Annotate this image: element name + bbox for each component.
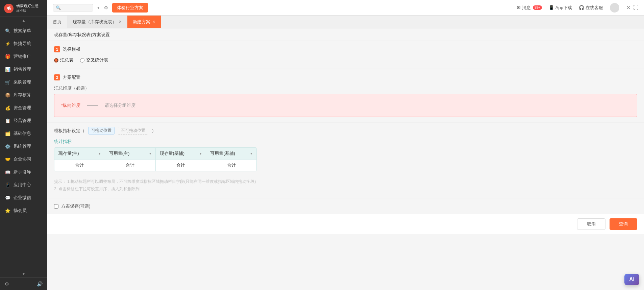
search-input[interactable] [62,5,89,10]
template-indicators-row: 模板指标设定（ 可拖动位置 不可拖动位置 ） [47,123,644,135]
stats-header-row: 现存量(主) ▾ 可用量(主) ▾ 现存量(基辅) ▾ 可用量(基辅) ▾ [54,148,256,159]
cancel-button[interactable]: 取消 [577,218,605,230]
step2-section: 2 方案配置 汇总维度（必选） *纵向维度 —— 请选择分组维度 [47,69,644,123]
stats-data-col-0: 合计 [54,160,105,171]
sidebar-item-finance[interactable]: 💰 资金管理 [0,101,47,114]
app-icon: 📱 [549,5,554,10]
shortcut-icon: ⚡ [5,41,11,47]
expand-window-icon[interactable]: ⛶ [633,5,639,11]
col3-chevron-icon: ▾ [250,151,252,156]
query-button[interactable]: 查询 [610,218,637,230]
sidebar-item-system[interactable]: ⚙️ 系统管理 [0,140,47,153]
vertical-dimension-label: *纵向维度 [61,102,80,108]
tab-new-scheme-close[interactable]: ✕ [152,20,155,24]
apps-icon: 📱 [5,182,11,188]
topbar: 🔍 ▾ ⚙ 体验行业方案 ✉ 消息 99+ 📱 App下载 🎧 在线客服 ✕ [47,0,644,16]
member-icon: ⭐ [5,208,11,214]
sidebar-item-shortcut[interactable]: ⚡ 快捷导航 [0,37,47,50]
tabs-bar: 首页 现存量（库存状况表） ✕ 新建方案 ✕ [47,16,644,28]
search-input-icon: 🔍 [56,5,61,10]
col1-chevron-icon: ▾ [149,151,151,156]
tab-new-scheme[interactable]: 新建方案 ✕ [127,16,161,28]
online-service-button[interactable]: 🎧 在线客服 [579,5,603,11]
stats-header-col-3[interactable]: 可用量(基辅) ▾ [206,148,256,159]
purchase-icon: 🛒 [5,79,11,85]
message-button[interactable]: ✉ 消息 99+ [517,5,542,11]
radio-summary[interactable]: 汇总表 [54,57,73,63]
sidebar-item-guide[interactable]: 📖 新手引导 [0,166,47,178]
step1-title: 1 选择模板 [54,46,637,52]
sidebar: 畅 畅康通好生意 标准版 ▲ 🔍 搜索菜单 ⚡ 快捷导航 🎁 营销推广 📊 销售… [0,0,47,290]
stats-table: 现存量(主) ▾ 可用量(主) ▾ 现存量(基辅) ▾ 可用量(基辅) ▾ [54,147,257,171]
sidebar-item-wechat[interactable]: 💬 企业微信 [0,191,47,204]
sidebar-item-member[interactable]: ⭐ 畅会员 [0,204,47,217]
ai-float-button[interactable]: Ai [624,274,639,285]
topbar-gear-icon[interactable]: ⚙ [104,5,108,11]
topbar-search-box[interactable]: 🔍 [53,4,93,11]
dimension-box: *纵向维度 —— 请选择分组维度 [54,94,637,117]
col0-chevron-icon: ▾ [99,151,101,156]
stats-data-col-3: 合计 [206,160,256,171]
sidebar-item-cooperation[interactable]: 🤝 企业协同 [0,153,47,166]
sidebar-item-management[interactable]: 📋 经营管理 [0,114,47,127]
message-icon: ✉ [517,5,521,10]
stats-header-col-2[interactable]: 现存量(基辅) ▾ [156,148,206,159]
tab-home[interactable]: 首页 [47,16,67,28]
page-header: 现存量(库存状况表)方案设置 [47,28,644,41]
sidebar-nav: 🔍 搜索菜单 ⚡ 快捷导航 🎁 营销推广 📊 销售管理 🛒 采购管理 📦 库存核… [0,24,47,270]
sidebar-item-marketing[interactable]: 🎁 营销推广 [0,50,47,63]
close-window-icon[interactable]: ✕ [626,4,630,11]
stats-header-col-0[interactable]: 现存量(主) ▾ [54,148,105,159]
sales-icon: 📊 [5,66,11,72]
headset-icon: 🎧 [579,5,584,10]
topbar-dropdown-chevron[interactable]: ▾ [97,5,100,10]
search-icon: 🔍 [5,28,11,34]
cooperation-icon: 🤝 [5,156,11,162]
trial-industry-button[interactable]: 体验行业方案 [112,3,148,13]
tab-inventory[interactable]: 现存量（库存状况表） ✕ [67,16,127,28]
tab-inventory-close[interactable]: ✕ [119,20,122,24]
speaker-icon[interactable]: 🔊 [37,281,43,287]
stats-data-col-2: 合计 [156,160,206,171]
user-avatar[interactable] [610,3,619,13]
sidebar-scroll-down[interactable]: ▼ [0,270,47,277]
stats-data-col-1: 合计 [105,160,156,171]
sidebar-item-search[interactable]: 🔍 搜索菜单 [0,24,47,37]
dimension-arrow: —— [87,102,98,108]
save-checkbox-label[interactable]: 方案保存(可选) [61,203,91,209]
sidebar-bottom: ⚙ 🔊 [0,277,47,290]
system-icon: ⚙️ [5,143,11,149]
main-area: 🔍 ▾ ⚙ 体验行业方案 ✉ 消息 99+ 📱 App下载 🎧 在线客服 ✕ [47,0,644,290]
radio-summary-input[interactable] [54,58,58,63]
dimension-label: 汇总维度（必选） [54,85,637,91]
sidebar-item-purchase[interactable]: 🛒 采购管理 [0,76,47,89]
step2-title: 2 方案配置 [54,74,637,80]
draggable-position-indicator: 可拖动位置 [88,127,115,135]
tips-section: 提示： 1.拖动标题栏可以调整布局，不可跨维度或指标区域拖动栏目字段(只能在同一… [47,175,644,198]
step2-badge: 2 [54,74,60,80]
sidebar-item-sales[interactable]: 📊 销售管理 [0,63,47,76]
sidebar-item-apps[interactable]: 📱 应用中心 [0,178,47,191]
stats-header-col-1[interactable]: 可用量(主) ▾ [105,148,156,159]
stats-label: 统计指标 [54,139,637,145]
settings-icon[interactable]: ⚙ [5,281,9,287]
save-checkbox[interactable] [54,204,58,209]
col2-chevron-icon: ▾ [200,151,202,156]
management-icon: 📋 [5,118,11,124]
finance-icon: 💰 [5,105,11,111]
wechat-icon: 💬 [5,195,11,201]
dimension-placeholder: 请选择分组维度 [105,102,135,108]
step1-badge: 1 [54,46,60,52]
radio-cross[interactable]: 交叉统计表 [80,57,108,63]
sidebar-item-basic[interactable]: 🗂️ 基础信息 [0,127,47,140]
radio-cross-input[interactable] [80,58,84,63]
non-draggable-position-indicator: 不可拖动位置 [118,127,148,135]
basic-icon: 🗂️ [5,130,11,137]
sidebar-scroll-up[interactable]: ▲ [0,17,47,24]
brand-text: 畅康通好生意 标准版 [16,3,39,13]
sidebar-item-inventory[interactable]: 📦 库存核算 [0,89,47,101]
marketing-icon: 🎁 [5,53,11,59]
brand-area: 畅 畅康通好生意 标准版 [0,0,47,17]
app-download-button[interactable]: 📱 App下载 [549,5,572,11]
topbar-right: ✉ 消息 99+ 📱 App下载 🎧 在线客服 ✕ ⛶ [517,3,639,13]
